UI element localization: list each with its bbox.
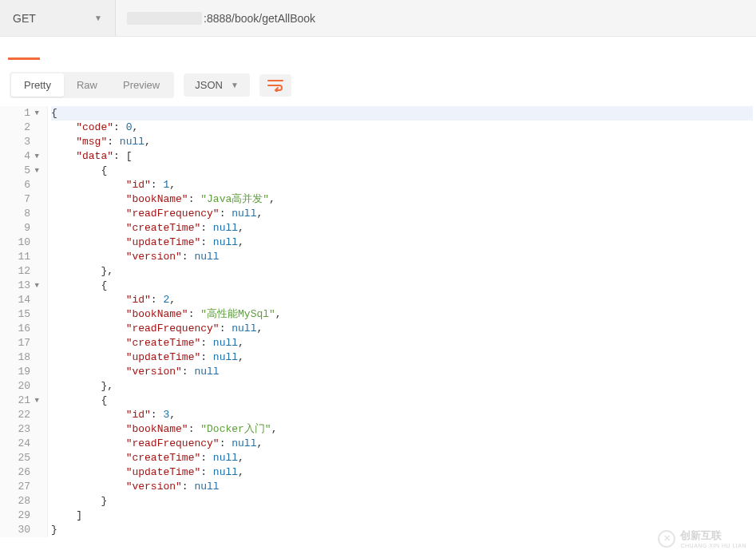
code-line: "bookName": "高性能MySql", <box>51 307 753 322</box>
line-number: 8 <box>0 207 42 221</box>
tab-pretty[interactable]: Pretty <box>11 73 64 97</box>
fold-toggle-icon[interactable]: ▼ <box>33 164 39 178</box>
response-body: 1▼234▼5▼678910111213▼1415161718192021▼22… <box>0 106 756 537</box>
watermark: ✕ 创新互联 CHUANG XIN HU LIAN <box>658 528 746 537</box>
code-line: "id": 1, <box>51 178 753 192</box>
code-line: "updateTime": null, <box>51 235 753 250</box>
line-number: 4▼ <box>0 149 42 164</box>
url-suffix: :8888/book/getAllBook <box>204 12 315 25</box>
code-line: } <box>51 523 753 537</box>
code-line: "updateTime": null, <box>51 465 753 480</box>
format-value: JSON <box>195 79 223 91</box>
line-number: 5▼ <box>0 164 42 178</box>
code-line: "createTime": null, <box>51 336 753 350</box>
line-number: 17 <box>0 336 42 350</box>
code-line: "code": 0, <box>51 121 753 135</box>
line-number: 13▼ <box>0 279 42 293</box>
code-line: "data": [ <box>51 149 753 164</box>
watermark-logo-icon: ✕ <box>658 530 675 538</box>
line-number: 10 <box>0 235 42 250</box>
line-number: 24 <box>0 437 42 451</box>
method-select[interactable]: GET ▼ <box>0 0 116 36</box>
line-number-gutter: 1▼234▼5▼678910111213▼1415161718192021▼22… <box>0 106 48 537</box>
line-number: 1▼ <box>0 106 42 121</box>
fold-toggle-icon[interactable]: ▼ <box>33 279 39 293</box>
code-line: "readFrequency": null, <box>51 322 753 336</box>
code-line: "id": 2, <box>51 293 753 307</box>
code-line: }, <box>51 379 753 394</box>
line-number: 15 <box>0 307 42 322</box>
fold-toggle-icon[interactable]: ▼ <box>33 394 39 408</box>
code-line: "msg": null, <box>51 135 753 149</box>
line-number: 14 <box>0 293 42 307</box>
line-number: 20 <box>0 379 42 394</box>
line-number: 6 <box>0 178 42 192</box>
code-line: "createTime": null, <box>51 451 753 465</box>
code-content[interactable]: { "code": 0, "msg": null, "data": [ { "i… <box>48 106 756 537</box>
tab-raw[interactable]: Raw <box>64 73 110 97</box>
chevron-down-icon: ▼ <box>94 14 102 22</box>
wrap-lines-button[interactable] <box>259 74 291 97</box>
code-line: "readFrequency": null, <box>51 437 753 451</box>
line-number: 2 <box>0 121 42 135</box>
line-number: 3 <box>0 135 42 149</box>
code-line: "version": null <box>51 250 753 264</box>
code-line: ] <box>51 509 753 523</box>
code-line: "id": 3, <box>51 408 753 422</box>
line-number: 7 <box>0 192 42 207</box>
watermark-brand: 创新互联 <box>680 528 746 537</box>
response-subtabs <box>0 37 756 61</box>
line-number: 19 <box>0 365 42 379</box>
code-line: "createTime": null, <box>51 221 753 235</box>
code-line: "bookName": "Docker入门", <box>51 422 753 437</box>
line-number: 29 <box>0 509 42 523</box>
line-number: 25 <box>0 451 42 465</box>
code-line: { <box>51 164 753 178</box>
line-number: 11 <box>0 250 42 264</box>
view-mode-tabs: Pretty Raw Preview <box>10 72 174 98</box>
tab-preview[interactable]: Preview <box>110 73 172 97</box>
code-line: { <box>51 106 753 121</box>
line-number: 23 <box>0 422 42 437</box>
line-number: 22 <box>0 408 42 422</box>
wrap-icon <box>267 79 283 92</box>
code-line: "updateTime": null, <box>51 350 753 365</box>
line-number: 26 <box>0 465 42 480</box>
format-select[interactable]: JSON ▼ <box>184 73 250 97</box>
code-line: { <box>51 394 753 408</box>
method-value: GET <box>13 12 36 25</box>
line-number: 28 <box>0 494 42 509</box>
line-number: 12 <box>0 264 42 279</box>
code-line: } <box>51 494 753 509</box>
url-redacted-segment <box>127 12 202 25</box>
line-number: 30 <box>0 523 42 537</box>
fold-toggle-icon[interactable]: ▼ <box>33 149 39 164</box>
line-number: 27 <box>0 480 42 494</box>
line-number: 21▼ <box>0 394 42 408</box>
chevron-down-icon: ▼ <box>231 81 239 89</box>
code-line: "version": null <box>51 480 753 494</box>
code-line: { <box>51 279 753 293</box>
code-line: "readFrequency": null, <box>51 207 753 221</box>
response-toolbar: Pretty Raw Preview JSON ▼ <box>0 61 756 106</box>
url-input[interactable]: :8888/book/getAllBook <box>116 0 756 36</box>
request-bar: GET ▼ :8888/book/getAllBook <box>0 0 756 37</box>
code-line: "bookName": "Java高并发", <box>51 192 753 207</box>
code-line: "version": null <box>51 365 753 379</box>
line-number: 18 <box>0 350 42 365</box>
line-number: 9 <box>0 221 42 235</box>
active-tab-indicator <box>8 57 40 60</box>
fold-toggle-icon[interactable]: ▼ <box>33 106 39 121</box>
code-line: }, <box>51 264 753 279</box>
line-number: 16 <box>0 322 42 336</box>
